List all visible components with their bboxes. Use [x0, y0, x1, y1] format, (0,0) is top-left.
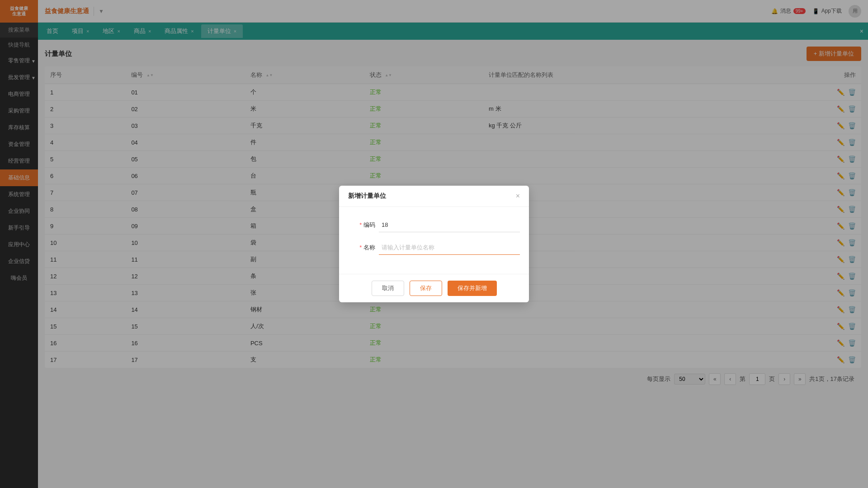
name-label: 名称 — [348, 244, 375, 252]
name-input[interactable] — [379, 240, 520, 255]
form-row-code: 编码 — [348, 218, 520, 232]
modal-title: 新增计量单位 — [348, 192, 386, 200]
form-row-name: 名称 — [348, 240, 520, 255]
modal-close-button[interactable]: × — [516, 192, 520, 200]
code-input[interactable] — [379, 218, 520, 232]
modal-footer: 取消 保存 保存并新增 — [339, 274, 529, 302]
modal-body: 编码 名称 — [339, 207, 529, 274]
modal-overlay: 新增计量单位 × 编码 名称 取消 保存 保存并新增 — [0, 0, 868, 488]
add-unit-modal: 新增计量单位 × 编码 名称 取消 保存 保存并新增 — [339, 186, 529, 302]
save-and-add-button[interactable]: 保存并新增 — [448, 281, 497, 296]
modal-header: 新增计量单位 × — [339, 186, 529, 207]
save-button[interactable]: 保存 — [410, 281, 442, 296]
code-label: 编码 — [348, 221, 375, 229]
cancel-button[interactable]: 取消 — [372, 281, 404, 296]
